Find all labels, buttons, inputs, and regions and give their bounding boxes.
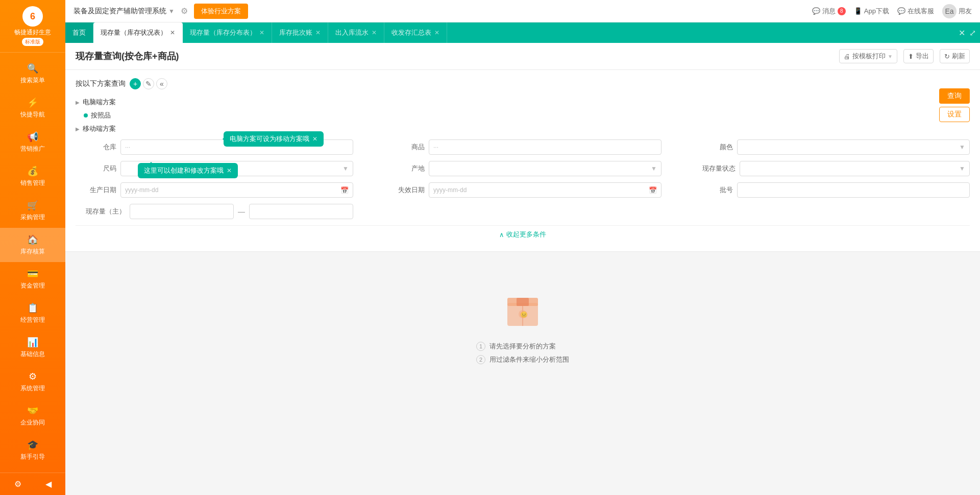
step-num-2: 2 (476, 355, 485, 364)
empty-steps: 1 请先选择要分析的方案 2 用过滤条件来缩小分析范围 (476, 342, 569, 364)
sidebar-item-collab[interactable]: 🤝 企业协同 (0, 399, 65, 433)
color-label: 颜色 (702, 143, 733, 152)
tooltip1-close[interactable]: ✕ (312, 135, 317, 143)
calendar-icon-1: 📅 (340, 186, 349, 194)
mobile-arrow-icon: ▶ (76, 126, 80, 132)
system-name: 装备及固定资产辅助管理系统 (74, 7, 166, 16)
tab-close-3[interactable]: ✕ (315, 29, 321, 36)
tab-inventory-dist[interactable]: 现存量（库存分布表） ✕ (183, 22, 272, 43)
stock-qty-min[interactable] (130, 204, 234, 219)
marketing-icon: 📢 (27, 131, 38, 143)
dropdown-arrow-print: ▼ (888, 54, 893, 59)
filter-header: 按以下方案查询 + ✎ « (76, 78, 970, 89)
sidebar-item-basic[interactable]: 📊 基础信息 (0, 331, 65, 365)
tab-close-4[interactable]: ✕ (372, 29, 377, 36)
tab-inout[interactable]: 出入库流水 ✕ (328, 22, 384, 43)
stock-status-select[interactable]: ▼ (740, 161, 970, 176)
appdown-action[interactable]: 📱 App下载 (854, 7, 889, 16)
settings-footer-icon[interactable]: ⚙ (14, 479, 21, 489)
svg-rect-2 (517, 298, 529, 306)
pc-scheme-children: 按照品 (76, 109, 970, 122)
filter-controls: + ✎ « (130, 78, 167, 89)
calendar-icon-2: 📅 (649, 186, 657, 194)
top-header: 装备及固定资产辅助管理系统 ▼ ⚙ 体验行业方案 💬 消息 8 📱 App下载 … (65, 0, 980, 22)
trial-button[interactable]: 体验行业方案 (194, 4, 248, 19)
print-button[interactable]: 🖨 按模板打印 ▼ (839, 49, 897, 63)
origin-select[interactable]: ▼ (429, 161, 662, 176)
sidebar-item-sales[interactable]: 💰 销售管理 (0, 159, 65, 194)
tab-summary[interactable]: 收发存汇总表 ✕ (384, 22, 447, 43)
tab-close-1[interactable]: ✕ (170, 29, 175, 36)
sidebar-item-guide[interactable]: 🎓 新手引导 (0, 433, 65, 467)
sidebar-item-quicknav[interactable]: ⚡ 快捷导航 (0, 91, 65, 125)
tab-bar-actions: ✕ ⤢ (959, 28, 980, 38)
phone-icon: 📱 (854, 7, 862, 15)
prod-date-label: 生产日期 (86, 185, 116, 195)
prod-date-start[interactable]: yyyy-mm-dd 📅 (120, 182, 353, 198)
logo-badge: 标准版 (22, 38, 43, 46)
refresh-button[interactable]: ↻ 刷新 (940, 49, 970, 63)
warehouse-label: 仓库 (86, 143, 116, 152)
guide-icon: 🎓 (27, 439, 38, 451)
goods-select[interactable]: ··· (429, 139, 662, 155)
range-separator: — (238, 207, 245, 216)
expire-date-start[interactable]: yyyy-mm-dd 📅 (429, 182, 662, 198)
search-btn-area: 查询 设置 (939, 88, 970, 122)
mobile-scheme-toggle[interactable]: ▶ 移动端方案 (76, 122, 970, 135)
service-action[interactable]: 💬 在线客服 (897, 7, 934, 16)
query-button[interactable]: 查询 (939, 88, 970, 104)
stock-qty-max[interactable] (249, 204, 353, 219)
pc-scheme-child[interactable]: 按照品 (84, 109, 970, 122)
page-title: 现存量查询(按仓库+商品) (76, 50, 179, 62)
batch-text-input[interactable] (742, 186, 965, 194)
logo-icon: 6 (22, 6, 43, 27)
filter-color: 颜色 ▼ (702, 139, 970, 155)
message-icon: 💬 (812, 7, 820, 15)
edit-scheme-button[interactable]: ✎ (143, 78, 154, 89)
filter-prod-date: 生产日期 yyyy-mm-dd 📅 (86, 182, 353, 198)
tab-batch[interactable]: 库存批次账 ✕ (272, 22, 328, 43)
sidebar-item-management[interactable]: 📋 经营管理 (0, 296, 65, 331)
refresh-icon: ↻ (944, 53, 950, 60)
color-select[interactable]: ▼ (737, 139, 970, 155)
stock-status-dropdown-icon: ▼ (959, 165, 965, 172)
sidebar-item-marketing[interactable]: 📢 营销推广 (0, 125, 65, 159)
sidebar-item-finance[interactable]: 💳 资金管理 (0, 262, 65, 296)
tab-home[interactable]: 首页 (65, 22, 93, 43)
pc-scheme-toggle[interactable]: ▶ 电脑端方案 (76, 96, 970, 109)
batch-label: 批号 (702, 185, 733, 195)
batch-input[interactable] (737, 182, 970, 198)
expand-icon[interactable]: ⤢ (969, 28, 976, 38)
sidebar-item-inventory[interactable]: 🏠 库存核算 (0, 228, 65, 262)
quicknav-icon: ⚡ (27, 97, 38, 108)
tooltip-create-scheme: 这里可以创建和修改方案哦 ✕ (138, 163, 238, 178)
export-button[interactable]: ⬆ 导出 (903, 49, 934, 63)
tab-bar: 首页 现存量（库存状况表） ✕ 现存量（库存分布表） ✕ 库存批次账 ✕ 出入库… (65, 22, 980, 43)
color-dropdown-icon: ▼ (959, 144, 965, 151)
user-action[interactable]: Ea 用友 (942, 4, 972, 18)
tab-close-5[interactable]: ✕ (434, 29, 439, 36)
set-button[interactable]: 设置 (939, 107, 970, 122)
collab-icon: 🤝 (27, 405, 38, 416)
logo-area: 6 畅捷通好生意 标准版 (0, 0, 65, 53)
system-selector[interactable]: 装备及固定资产辅助管理系统 ▼ (74, 7, 175, 16)
search-icon: 🔍 (27, 63, 38, 74)
filter-stock-qty: 现存量（主） — (86, 204, 353, 219)
back-scheme-button[interactable]: « (156, 78, 167, 89)
close-all-tabs-icon[interactable]: ✕ (959, 28, 965, 38)
origin-label: 产地 (394, 164, 425, 173)
collapse-bar[interactable]: ∧ 收起更多条件 (76, 225, 970, 243)
tab-inventory-status[interactable]: 现存量（库存状况表） ✕ (93, 22, 183, 43)
sidebar-item-search[interactable]: 🔍 搜索菜单 (0, 57, 65, 91)
message-action[interactable]: 💬 消息 8 (812, 7, 846, 16)
main-content: 现存量查询(按仓库+商品) 🖨 按模板打印 ▼ ⬆ 导出 ↻ 刷新 按以下方案查… (65, 43, 980, 495)
sidebar-item-system[interactable]: ⚙ 系统管理 (0, 365, 65, 399)
sidebar-item-purchase[interactable]: 🛒 采购管理 (0, 194, 65, 228)
tooltip2-close[interactable]: ✕ (227, 167, 232, 174)
add-scheme-button[interactable]: + (130, 78, 141, 89)
collapse-sidebar-icon[interactable]: ◀ (45, 479, 52, 489)
header-settings-icon[interactable]: ⚙ (181, 6, 188, 16)
sidebar: 6 畅捷通好生意 标准版 🔍 搜索菜单 ⚡ 快捷导航 📢 营销推广 💰 销售管理… (0, 0, 65, 495)
scheme-dot-icon (84, 113, 88, 117)
tab-close-2[interactable]: ✕ (259, 29, 264, 36)
